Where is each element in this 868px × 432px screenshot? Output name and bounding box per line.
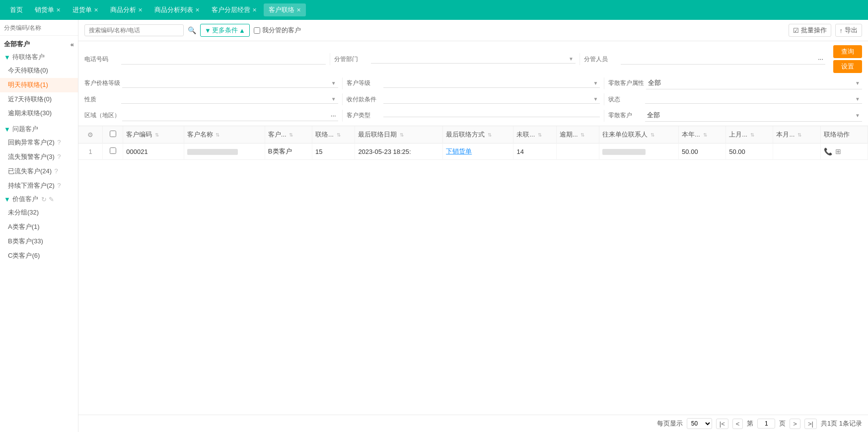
sidebar-churned-help-icon[interactable]: ? bbox=[54, 167, 58, 175]
col-type-sort-icon[interactable]: ⇅ bbox=[289, 132, 293, 138]
row-checkbox-cell[interactable] bbox=[103, 144, 123, 160]
my-customers-checkbox-label[interactable]: 我分管的客户 bbox=[254, 26, 301, 35]
col-this-month-sort-icon[interactable]: ⇅ bbox=[797, 132, 801, 138]
col-last-date-sort-icon[interactable]: ⇅ bbox=[400, 132, 404, 138]
sidebar-item-overdue[interactable]: 逾期未联络(30) bbox=[0, 106, 78, 121]
nav-customer-contact-close-icon[interactable]: ✕ bbox=[296, 7, 301, 13]
payment-chevron-icon: ▼ bbox=[593, 96, 598, 102]
sidebar-item-churn-warning[interactable]: 流失预警客户(3) ? bbox=[0, 150, 78, 164]
col-contact-sort-icon[interactable]: ⇅ bbox=[337, 132, 341, 138]
payment-select[interactable]: ▼ bbox=[383, 95, 600, 104]
row-this-year: 50.00 bbox=[679, 144, 726, 160]
sidebar-search-input[interactable] bbox=[4, 24, 78, 31]
search-button[interactable]: 🔍 bbox=[188, 26, 196, 34]
nav-sales-order[interactable]: 销货单 ✕ bbox=[30, 3, 66, 16]
last-method-value[interactable]: 下销货单 bbox=[446, 147, 472, 155]
nav-customer-tier-close-icon[interactable]: ✕ bbox=[252, 7, 257, 13]
filter-dept: 分管部门 ▼ bbox=[334, 55, 576, 64]
dept-select[interactable]: ▼ bbox=[371, 55, 576, 64]
action-phone-icon[interactable]: 📞 bbox=[824, 147, 832, 155]
sidebar-churned-label: 已流失客户(24) bbox=[8, 167, 52, 175]
sidebar-churn-warning-help-icon[interactable]: ? bbox=[57, 153, 61, 160]
table-row: 1 000021 ████████ B类客户 bbox=[78, 144, 868, 160]
col-header-overdue: 逾期... ⇅ bbox=[556, 126, 599, 144]
col-header-not-contact: 未联... ⇅ bbox=[513, 126, 556, 144]
sidebar-item-7days[interactable]: 近7天待联络(0) bbox=[0, 92, 78, 107]
more-conditions-button[interactable]: ▼ 更多条件 ▲ bbox=[200, 24, 250, 37]
sidebar-item-a-class[interactable]: A类客户(1) bbox=[0, 220, 78, 234]
sidebar-repurchase-help-icon[interactable]: ? bbox=[57, 139, 61, 146]
sidebar-item-tomorrow[interactable]: 明天待联络(1) bbox=[0, 78, 78, 92]
customer-type-select[interactable] bbox=[383, 114, 600, 117]
action-menu-icon[interactable]: ⊞ bbox=[835, 147, 841, 155]
nav-product-analysis[interactable]: 商品分析 ✕ bbox=[105, 3, 147, 16]
person-select[interactable]: ··· bbox=[621, 54, 825, 65]
export-button[interactable]: ↑ 导出 bbox=[835, 24, 863, 37]
nav-product-list-close-icon[interactable]: ✕ bbox=[195, 7, 200, 13]
customer-level-label: 客户等级 bbox=[347, 79, 381, 87]
filter-divider-2 bbox=[579, 53, 580, 65]
sidebar-all-customers[interactable]: 全部客户 « bbox=[0, 36, 78, 51]
search-input[interactable] bbox=[84, 24, 184, 36]
status-select[interactable]: ▼ bbox=[645, 95, 862, 104]
sidebar-item-today[interactable]: 今天待联络(0) bbox=[0, 64, 78, 78]
col-this-year-sort-icon[interactable]: ⇅ bbox=[703, 132, 707, 138]
retail-select[interactable]: 全部 ▼ bbox=[645, 109, 862, 122]
col-unit-contact-sort-icon[interactable]: ⇅ bbox=[651, 132, 654, 138]
nature-select[interactable]: ▼ bbox=[121, 95, 338, 104]
col-last-month-sort-icon[interactable]: ⇅ bbox=[750, 132, 754, 138]
sidebar-item-c-class[interactable]: C类客户(6) bbox=[0, 249, 78, 263]
my-customers-checkbox[interactable] bbox=[254, 27, 260, 34]
col-code-sort-icon[interactable]: ⇅ bbox=[155, 132, 159, 138]
nav-customer-tier[interactable]: 客户分层经营 ✕ bbox=[207, 3, 262, 16]
sidebar-value-refresh-icon[interactable]: ↻ bbox=[41, 196, 47, 203]
col-header-checkbox[interactable] bbox=[103, 126, 123, 144]
reset-button[interactable]: 设置 bbox=[833, 60, 862, 73]
sidebar-value-edit-icon[interactable]: ✎ bbox=[49, 196, 54, 203]
col-overdue-sort-icon[interactable]: ⇅ bbox=[580, 132, 584, 138]
nav-customer-contact[interactable]: 客户联络 ✕ bbox=[264, 3, 306, 16]
sidebar-tomorrow-label: 明天待联络(1) bbox=[8, 81, 48, 88]
customer-level-select[interactable]: ▼ bbox=[383, 79, 600, 88]
status-label: 状态 bbox=[608, 95, 643, 104]
nav-purchase-close-icon[interactable]: ✕ bbox=[94, 7, 98, 13]
nav-home[interactable]: 首页 bbox=[5, 3, 28, 16]
not-contact-value: 14 bbox=[516, 148, 523, 155]
sidebar-item-churned[interactable]: 已流失客户(24) ? bbox=[0, 164, 78, 179]
batch-op-button[interactable]: ☑ 批量操作 bbox=[789, 24, 831, 37]
sidebar-item-b-class[interactable]: B类客户(33) bbox=[0, 234, 78, 249]
nav-product-close-icon[interactable]: ✕ bbox=[138, 7, 143, 13]
nav-sales-close-icon[interactable]: ✕ bbox=[56, 7, 61, 13]
sidebar-7days-label: 近7天待联络(0) bbox=[8, 95, 52, 103]
prev-page-button[interactable]: < bbox=[732, 419, 743, 429]
sidebar-declining-help-icon[interactable]: ? bbox=[57, 182, 61, 189]
col-header-last-date: 最后联络日期 ⇅ bbox=[355, 126, 443, 144]
col-not-contact-sort-icon[interactable]: ⇅ bbox=[538, 132, 542, 138]
nav-product-analysis-list[interactable]: 商品分析列表 ✕ bbox=[149, 3, 205, 16]
col-name-sort-icon[interactable]: ⇅ bbox=[216, 132, 219, 138]
region-select[interactable]: ··· bbox=[122, 110, 338, 121]
nav-purchase-order[interactable]: 进货单 ✕ bbox=[68, 3, 103, 16]
retail-chevron-icon: ▼ bbox=[855, 113, 860, 118]
sidebar-collapse-icon[interactable]: « bbox=[71, 41, 74, 48]
sidebar-pending-label: 待联络客户 bbox=[12, 53, 45, 62]
select-all-checkbox[interactable] bbox=[110, 131, 116, 137]
col-header-settings[interactable]: ⚙ bbox=[78, 126, 103, 144]
first-page-button[interactable]: |< bbox=[716, 419, 728, 429]
phone-input[interactable] bbox=[121, 54, 326, 65]
page-size-select[interactable]: 50 100 200 bbox=[687, 418, 712, 429]
page-number-input[interactable] bbox=[757, 419, 775, 429]
sidebar-item-declining[interactable]: 持续下滑客户(2) ? bbox=[0, 179, 78, 193]
settings-icon[interactable]: ⚙ bbox=[87, 131, 93, 139]
price-level-select[interactable]: ▼ bbox=[122, 79, 338, 88]
last-page-button[interactable]: >| bbox=[804, 419, 817, 429]
col-last-method-sort-icon[interactable]: ⇅ bbox=[488, 132, 492, 138]
next-page-button[interactable]: > bbox=[790, 419, 800, 429]
retail-attr-select[interactable]: 全部 ▼ bbox=[646, 77, 862, 89]
sidebar-item-ungroup[interactable]: 未分组(32) bbox=[0, 206, 78, 220]
sidebar-item-repurchase-abnormal[interactable]: 回购异常客户(2) ? bbox=[0, 136, 78, 150]
filter-customer-type: 客户类型 bbox=[347, 111, 600, 120]
query-button[interactable]: 查询 bbox=[833, 45, 862, 58]
payment-label: 收付款条件 bbox=[347, 95, 381, 104]
row-checkbox[interactable] bbox=[110, 147, 116, 154]
